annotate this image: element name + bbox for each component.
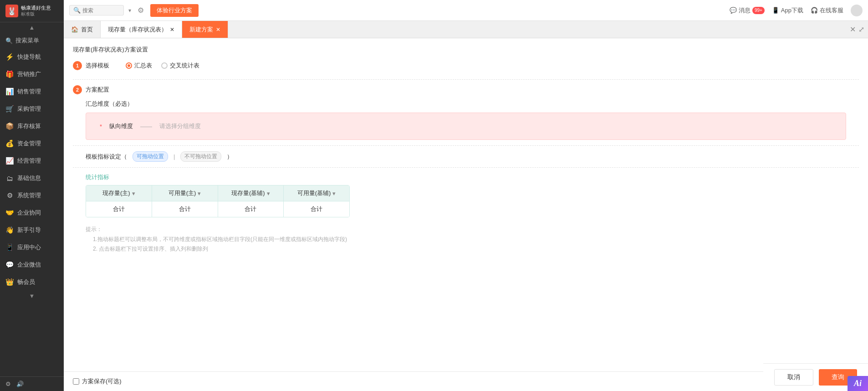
sidebar-item-system[interactable]: ⚙ 系统管理 <box>0 187 64 204</box>
tab-home-label: 首页 <box>81 26 93 34</box>
sidebar-item-sales[interactable]: 📊 销售管理 <box>0 83 64 100</box>
sidebar-item-newbie[interactable]: 👋 新手引导 <box>0 221 64 239</box>
step1-badge: 1 <box>73 61 82 70</box>
app-download-label: App下载 <box>781 6 803 15</box>
stats-col-1[interactable]: 现存量(主) ▾ <box>86 185 152 201</box>
sidebar-scroll-up[interactable]: ▲ <box>0 22 64 33</box>
separator2 <box>73 145 859 146</box>
radio-cross-label: 交叉统计表 <box>170 62 199 70</box>
sidebar-item-finance[interactable]: 💰 资金管理 <box>0 135 64 152</box>
sidebar-item-basic[interactable]: 🗂 基础信息 <box>0 170 64 187</box>
sidebar-item-label: 采购管理 <box>17 105 41 113</box>
sidebar-item-label: 企业微信 <box>17 261 41 269</box>
tips-title: 提示： <box>86 226 102 232</box>
dim-label: 纵向维度 <box>109 122 133 130</box>
step2-section: 2 方案配置 汇总维度（必选） * 纵向维度 —— 请选择分组维度 模板指标设定… <box>73 85 859 254</box>
stats-cell-4: 合计 <box>284 201 349 217</box>
sidebar-item-label: 营销推广 <box>17 70 41 78</box>
sidebar-scroll-down[interactable]: ▼ <box>0 291 64 301</box>
sidebar-item-enterprise[interactable]: 🤝 企业协同 <box>0 204 64 221</box>
system-icon: ⚙ <box>5 191 14 200</box>
tab-new-label: 新建方案 <box>189 26 213 34</box>
radio-summary[interactable]: 汇总表 <box>126 62 152 70</box>
stats-col-3[interactable]: 现存量(基辅) ▾ <box>218 185 284 201</box>
sales-icon: 📊 <box>5 87 14 96</box>
sidebar-item-purchase[interactable]: 🛒 采购管理 <box>0 100 64 118</box>
page-title: 现存量(库存状况表)方案设置 <box>73 46 859 54</box>
purchase-icon: 🛒 <box>5 105 14 113</box>
online-service-button[interactable]: 🎧 在线客服 <box>811 6 843 15</box>
sidebar-item-label: 新手引导 <box>17 226 41 234</box>
sidebar-item-label: 销售管理 <box>17 87 41 96</box>
sidebar-item-label: 畅会员 <box>17 278 35 286</box>
tab-inventory-close[interactable]: ✕ <box>170 26 174 33</box>
cancel-button[interactable]: 取消 <box>774 369 813 386</box>
topbar: 🔍 ▾ ⚙ 体验行业方案 💬 消息 99+ 📱 App下载 🎧 在线客服 <box>64 0 868 21</box>
sidebar-item-label: 资金管理 <box>17 139 41 148</box>
expand-buttons: ✕ ⤢ <box>850 25 868 34</box>
topbar-dropdown-icon[interactable]: ▾ <box>128 7 131 14</box>
stats-col-4[interactable]: 可用量(基辅) ▾ <box>284 185 349 201</box>
expand-panel-icon[interactable]: ⤢ <box>858 25 864 34</box>
stats-table: 现存量(主) ▾ 可用量(主) ▾ 现存量(基辅) ▾ <box>86 185 350 217</box>
stats-col-2-dropdown[interactable]: ▾ <box>198 190 201 197</box>
radio-cross-dot <box>161 62 168 69</box>
tab-home[interactable]: 🏠 首页 <box>64 21 101 38</box>
save-checkbox-input[interactable] <box>73 378 79 385</box>
logo-icon: 🐰 <box>5 5 18 17</box>
sidebar-item-quick-nav[interactable]: ⚡ 快捷导航 <box>0 48 64 66</box>
sidebar-item-label: 库存核算 <box>17 122 41 130</box>
sidebar-search-label: 搜索菜单 <box>15 36 39 45</box>
step1-title: 选择模板 <box>86 62 109 70</box>
search-input[interactable] <box>82 7 119 14</box>
user-button[interactable] <box>851 5 863 16</box>
topbar-gear-icon[interactable]: ⚙ <box>136 6 146 15</box>
sidebar-item-operations[interactable]: 📈 经营管理 <box>0 152 64 170</box>
dimension-area[interactable]: * 纵向维度 —— 请选择分组维度 <box>86 113 846 140</box>
sound-icon[interactable]: 🔊 <box>16 381 24 387</box>
sidebar-item-label: 快捷导航 <box>17 53 41 61</box>
avatar <box>851 5 863 16</box>
app-download-button[interactable]: 📱 App下载 <box>772 6 803 15</box>
stats-col-4-dropdown[interactable]: ▾ <box>332 190 336 197</box>
movable-chip-container: 可拖动位置 <box>133 151 168 162</box>
trial-button[interactable]: 体验行业方案 <box>150 4 199 17</box>
tab-inventory-label: 现存量（库存状况表） <box>108 26 167 34</box>
radio-cross[interactable]: 交叉统计表 <box>161 62 199 70</box>
tab-new[interactable]: 新建方案 ✕ <box>182 21 228 38</box>
sidebar-item-apps[interactable]: 📱 应用中心 <box>0 239 64 256</box>
tab-inventory[interactable]: 现存量（库存状况表） ✕ <box>101 21 182 38</box>
stats-section: 统计指标 现存量(主) ▾ 可用量(主) ▾ <box>86 173 846 217</box>
home-icon: 🏠 <box>71 26 78 33</box>
sidebar-item-wechat[interactable]: 💬 企业微信 <box>0 256 64 273</box>
app-download-icon: 📱 <box>772 7 779 14</box>
sidebar-item-label: 系统管理 <box>17 191 41 200</box>
stats-col-3-dropdown[interactable]: ▾ <box>267 190 270 197</box>
stats-cell-1: 合计 <box>86 201 152 217</box>
step2-header: 2 方案配置 <box>73 85 859 94</box>
tips-section: 提示： 1.拖动标题栏可以调整布局，不可跨维度或指标区域拖动栏目字段(只能在同一… <box>86 225 846 254</box>
inventory-icon: 📦 <box>5 122 14 130</box>
stats-cell-3: 合计 <box>218 201 284 217</box>
tab-new-close[interactable]: ✕ <box>216 26 220 33</box>
topbar-search-box[interactable]: 🔍 <box>69 5 124 15</box>
unmovable-chip: 不可拖动位置 <box>180 151 221 162</box>
sidebar-item-member[interactable]: 👑 畅会员 <box>0 273 64 291</box>
sidebar-item-marketing[interactable]: 🎁 营销推广 <box>0 66 64 83</box>
main-area: 🔍 ▾ ⚙ 体验行业方案 💬 消息 99+ 📱 App下载 🎧 在线客服 <box>64 0 868 391</box>
stats-col-1-label: 现存量(主) <box>102 189 130 197</box>
sidebar-search[interactable]: 🔍 搜索菜单 <box>0 33 64 48</box>
sidebar-item-inventory[interactable]: 📦 库存核算 <box>0 118 64 135</box>
save-option[interactable]: 方案保存(可选) <box>73 377 859 386</box>
close-panel-icon[interactable]: ✕ <box>850 25 856 34</box>
separator1 <box>73 79 859 80</box>
stats-col-1-dropdown[interactable]: ▾ <box>132 190 135 197</box>
settings-icon[interactable]: ⚙ <box>5 381 11 387</box>
summary-dimension-label: 汇总维度（必选） <box>86 100 859 108</box>
stats-col-2[interactable]: 可用量(主) ▾ <box>152 185 218 201</box>
template-options: 汇总表 交叉统计表 <box>126 62 199 70</box>
message-button[interactable]: 💬 消息 99+ <box>730 6 765 15</box>
content-area: 现存量(库存状况表)方案设置 1 选择模板 汇总表 交叉统计表 <box>64 38 868 371</box>
tip-1: 1.拖动标题栏可以调整布局，不可跨维度或指标区域拖动栏目字段(只能在同一维度或指… <box>86 235 846 245</box>
stats-label: 统计指标 <box>86 173 846 181</box>
